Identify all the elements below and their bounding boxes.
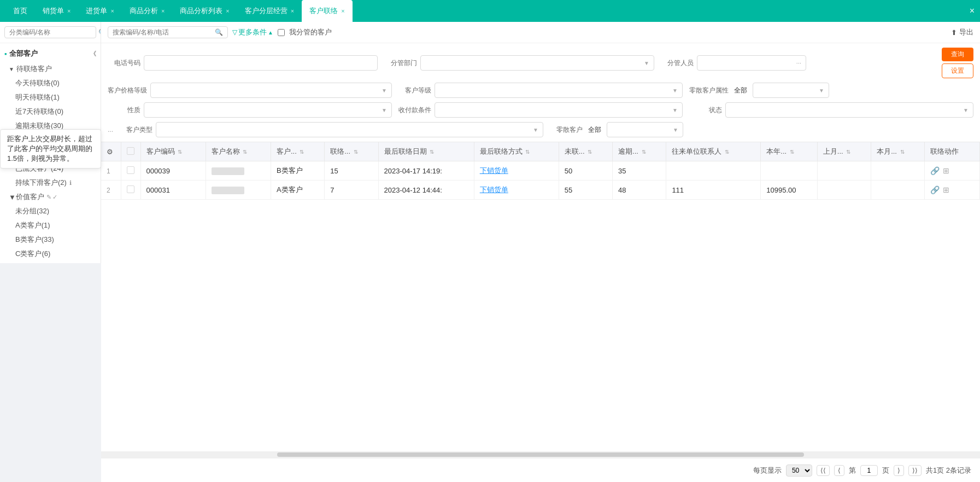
filter-status-select[interactable]: ▼ [725,102,973,118]
customer-table: ⚙ 客户编码 ⇅ 客户名称 ⇅ [101,142,980,200]
sort-icon[interactable]: ⇅ [243,149,247,155]
filter-row-4: ... 客户类型 ▼ 零散客户 全部 ▼ [108,122,973,137]
sort-icon[interactable]: ⇅ [725,149,729,155]
sidebar-all-customers[interactable]: ▪ 全部客户 《 [0,45,101,62]
link-icon[interactable]: 🔗 [930,166,940,175]
sort-icon[interactable]: ⇅ [300,149,304,155]
first-page-btn[interactable]: ⟨⟨ [817,465,830,476]
last-page-btn[interactable]: ⟩⟩ [908,465,922,476]
sort-icon[interactable]: ⇅ [354,149,358,155]
sidebar-item-tomorrow[interactable]: 明天待联络(1) [0,90,101,104]
sidebar-collapse-icon[interactable]: 《 [90,50,96,58]
sidebar-item-c-class[interactable]: C类客户(6) [0,247,101,261]
per-page-select[interactable]: 50 [786,464,812,477]
sidebar-search-input[interactable] [4,26,96,38]
filter-dept-label: 分管部门 [384,59,417,68]
next-page-btn[interactable]: ⟩ [894,465,904,476]
my-customer-checkbox[interactable] [278,29,285,36]
sort-icon[interactable]: ⇅ [588,149,592,155]
sort-icon[interactable]: ⇅ [790,149,794,155]
sidebar-value-customer[interactable]: ▼ 价值客户 ✎ ✓ [0,190,101,204]
row-num-cell: 1 [101,161,121,181]
row-uncontacted-cell: 50 [559,161,612,181]
filter-search-input[interactable] [113,28,215,36]
prev-page-btn[interactable]: ⟨ [834,465,844,476]
select-all-checkbox[interactable] [127,147,134,155]
col-name: 客户名称 ⇅ [206,142,271,161]
filter-retail-attr-select[interactable]: ▼ [753,83,829,98]
filter-payment-field: 收付款条件 ▼ [398,102,683,118]
close-icon[interactable]: × [226,8,229,14]
filter-price-level-select[interactable]: ▼ [150,83,392,98]
sidebar-item-ungroup[interactable]: 未分组(32) [0,204,101,218]
filter-phone-input[interactable] [144,55,378,71]
sort-icon[interactable]: ⇅ [642,149,646,155]
page-number-input[interactable] [860,465,878,476]
filter-buttons: 查询 设置 [942,48,973,78]
nav-tab-sales[interactable]: 销货单 × [35,0,78,22]
sidebar-search-icon[interactable]: 🔍 [98,28,101,37]
settings-button[interactable]: 设置 [942,63,973,78]
row-type-cell: A类客户 [271,181,324,200]
sort-icon[interactable]: ⇅ [900,149,905,155]
nav-tab-customer-contact[interactable]: 客户联络 × [302,0,352,22]
nav-tab-product-analysis-list[interactable]: 商品分析列表 × [172,0,237,22]
row-overdue-cell: 35 [613,161,666,181]
row-last-contact-method-cell: 下销货单 [474,161,559,181]
action-icons: 🔗 ⊞ [930,185,974,194]
sort-icon[interactable]: ⇅ [430,149,434,155]
sidebar-search-area: 🔍 [0,22,101,43]
filter-customer-type-select[interactable]: ▼ [156,122,543,137]
filter-dots[interactable]: ... [108,126,113,133]
sidebar-item-a-class[interactable]: A类客户(1) [0,218,101,233]
filter-retail-select[interactable]: ▼ [607,122,683,137]
more-conditions-btn[interactable]: ▽ 更多条件 ▲ [232,27,273,37]
close-icon[interactable]: × [67,8,71,14]
col-last-contact-date: 最后联络日期 ⇅ [378,142,474,161]
scroll-thumb[interactable] [277,452,805,457]
row-last-contact-method-cell: 下销货单 [474,181,559,200]
my-customer-checkbox-label[interactable]: 我分管的客户 [278,27,332,37]
export-btn[interactable]: ⬆ 导出 [951,27,973,37]
filter-customer-level-select[interactable]: ▼ [435,83,683,98]
row-last-month-cell [817,181,871,200]
close-icon[interactable]: × [341,8,344,14]
nav-home[interactable]: 首页 [5,6,35,16]
window-close-icon[interactable]: × [970,6,975,16]
nav-tab-product-analysis[interactable]: 商品分析 × [122,0,172,22]
settings-icon[interactable]: ⚙ [107,148,113,156]
row-name-cell [206,161,271,181]
filter-status-field: 状态 ▼ [689,102,973,118]
sort-icon[interactable]: ⇅ [178,149,182,155]
contact-method-link[interactable]: 下销货单 [480,166,508,175]
filter-dept-select[interactable]: ▼ [420,55,654,71]
row-checkbox[interactable] [127,185,134,193]
filter-gender-select[interactable]: ▼ [144,102,392,118]
sidebar-item-today[interactable]: 今天待联络(0) [0,76,101,90]
col-checkbox [121,142,140,161]
sidebar-item-7days[interactable]: 近7天待联络(0) [0,104,101,119]
row-contact-num-cell: 7 [325,181,378,200]
horizontal-scrollbar[interactable] [101,451,980,458]
close-icon[interactable]: × [110,8,114,14]
row-checkbox[interactable] [127,166,134,174]
col-settings[interactable]: ⚙ [101,142,121,161]
close-icon[interactable]: × [291,8,294,14]
grid-icon[interactable]: ⊞ [943,166,949,175]
query-button[interactable]: 查询 [942,48,973,61]
contact-method-link[interactable]: 下销货单 [480,185,508,194]
nav-tab-purchase[interactable]: 进货单 × [78,0,121,22]
sidebar-item-b-class[interactable]: B类客户(33) [0,233,101,247]
tooltip-box: 距客户上次交易时长，超过了此客户的平均交易周期的1.5倍，则视为异常。 [0,129,101,169]
filter-payment-select[interactable]: ▼ [435,102,683,118]
filter-price-level-label: 客户价格等级 [108,86,147,95]
filter-person-select[interactable]: ··· [697,55,806,71]
link-icon[interactable]: 🔗 [930,185,940,194]
grid-icon[interactable]: ⊞ [943,185,949,194]
sort-icon[interactable]: ⇅ [525,149,530,155]
sidebar-pending-contact[interactable]: ▼ 待联络客户 [0,62,101,76]
sort-icon[interactable]: ⇅ [846,149,850,155]
close-icon[interactable]: × [161,8,165,14]
sidebar-item-declining[interactable]: 持续下滑客户(2) ℹ [0,176,101,190]
nav-tab-customer-tier[interactable]: 客户分层经营 × [237,0,302,22]
